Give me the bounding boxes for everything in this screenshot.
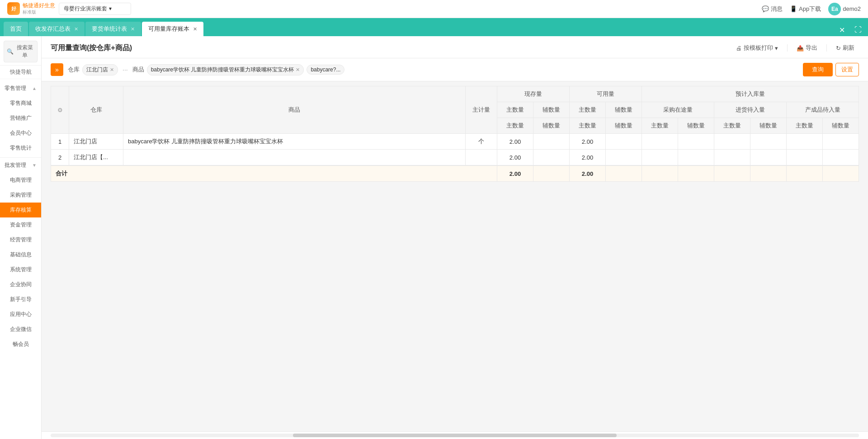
setting-btn[interactable]: 设置 bbox=[835, 63, 859, 76]
row2-pur-pending-main bbox=[714, 150, 750, 166]
sidebar-item-system[interactable]: 系统管理 bbox=[0, 262, 41, 277]
sidebar-item-operation[interactable]: 经营管理 bbox=[0, 232, 41, 247]
summary-prod-pending-aux bbox=[823, 165, 859, 182]
sidebar-item-wholesale[interactable]: 批发管理 ▼ bbox=[0, 158, 41, 173]
sidebar-item-newbie[interactable]: 新手引导 bbox=[0, 292, 41, 307]
close-order-stats-icon[interactable]: ✕ bbox=[131, 26, 135, 32]
th-avail-main-2: 主数量 bbox=[570, 118, 606, 134]
search-menu-btn[interactable]: 🔍 搜索菜单 bbox=[4, 41, 38, 62]
sidebar-search: 🔍 搜索菜单 bbox=[0, 36, 41, 66]
summary-avail-main: 2.00 bbox=[570, 165, 606, 182]
expand-icon[interactable]: ⛶ bbox=[852, 24, 864, 36]
print-label: 按模板打印 bbox=[744, 44, 773, 52]
product-tag-1: babycare?... bbox=[307, 65, 344, 75]
data-table: ⚙ 仓库 商品 主计量 现存量 可用量 预计入库量 主数量 辅数量 主数量 辅数… bbox=[51, 86, 859, 182]
page-title: 可用量查询(按仓库+商品) bbox=[51, 43, 132, 53]
sidebar-item-finance[interactable]: 资金管理 bbox=[0, 217, 41, 232]
print-btn[interactable]: 🖨 按模板打印 ▾ bbox=[731, 42, 783, 54]
filter-toggle-btn[interactable]: » bbox=[51, 63, 63, 76]
more-warehouse-icon[interactable]: ··· bbox=[121, 66, 130, 73]
settings-icon[interactable]: ⚙ bbox=[57, 107, 63, 113]
row2-index: 2 bbox=[51, 150, 69, 166]
sidebar: 🔍 搜索菜单 快捷导航 零售管理 ▲ 零售商城 营销推广 会员中心 零售统计 bbox=[0, 36, 42, 439]
th-avail-aux-2: 辅数量 bbox=[606, 118, 642, 134]
close-window-icon[interactable]: ✕ bbox=[835, 24, 848, 36]
th-available-group: 可用量 bbox=[570, 86, 642, 102]
horizontal-scrollbar[interactable] bbox=[51, 434, 859, 437]
row1-stock-aux bbox=[533, 134, 570, 150]
message-label: 消息 bbox=[771, 5, 783, 13]
refresh-label: 刷新 bbox=[843, 44, 854, 52]
row2-prod-pending-aux bbox=[823, 150, 859, 166]
remove-warehouse-tag-icon[interactable]: ✕ bbox=[110, 67, 114, 73]
close-receive-summary-icon[interactable]: ✕ bbox=[74, 26, 78, 32]
divider-1 bbox=[787, 44, 788, 52]
export-btn[interactable]: 📤 导出 bbox=[792, 42, 822, 54]
th-purchase-pending-group: 进货待入量 bbox=[714, 102, 787, 118]
sidebar-item-member2[interactable]: 畅会员 bbox=[0, 337, 41, 352]
quick-nav-btn[interactable]: 快捷导航 bbox=[0, 66, 41, 79]
row2-unit bbox=[466, 150, 497, 166]
search-menu-label: 搜索菜单 bbox=[15, 44, 34, 59]
message-btn[interactable]: 💬 消息 bbox=[762, 5, 783, 13]
mobile-icon: 📱 bbox=[790, 5, 797, 12]
row1-stock-main: 2.00 bbox=[497, 134, 533, 150]
sidebar-item-retail-stats[interactable]: 零售统计 bbox=[0, 141, 41, 156]
sidebar-item-wechat[interactable]: 企业微信 bbox=[0, 322, 41, 337]
close-available-stock-icon[interactable]: ✕ bbox=[193, 26, 197, 32]
product-filter-label: 商品 bbox=[132, 66, 144, 74]
row2-product bbox=[123, 150, 466, 166]
row2-prod-pending-main bbox=[787, 150, 823, 166]
app-download-btn[interactable]: 📱 App下载 bbox=[790, 5, 821, 13]
tab-order-stats[interactable]: 要货单统计表 ✕ bbox=[85, 22, 141, 36]
th-avail-main: 主数量 bbox=[570, 102, 606, 118]
summary-avail-aux bbox=[606, 165, 642, 182]
th-prod-pending-main: 主数量 bbox=[787, 118, 823, 134]
row1-pur-pending-aux bbox=[750, 134, 787, 150]
summary-pur-pending-main bbox=[714, 165, 750, 182]
tab-available-stock[interactable]: 可用量库存账本 ✕ bbox=[142, 22, 203, 36]
table-row: 2 江北门店【... 2.00 2.00 bbox=[51, 150, 859, 166]
th-stock-aux: 辅数量 bbox=[533, 102, 570, 118]
row1-warehouse: 江北门店 bbox=[69, 134, 123, 150]
sidebar-item-purchase[interactable]: 采购管理 bbox=[0, 188, 41, 203]
industry-label: 母婴行业演示账套 bbox=[64, 5, 107, 13]
row1-prod-pending-main bbox=[787, 134, 823, 150]
tab-home[interactable]: 首页 bbox=[4, 22, 28, 36]
row1-unit: 个 bbox=[466, 134, 497, 150]
top-bar-left: 好 畅捷通好生意 标准版 母婴行业演示账套 ▾ bbox=[7, 2, 131, 15]
row1-avail-aux bbox=[606, 134, 642, 150]
filter-actions: 查询 设置 bbox=[803, 63, 859, 76]
remove-product-tag-0-icon[interactable]: ✕ bbox=[296, 67, 300, 73]
sidebar-item-inventory[interactable]: 库存核算 bbox=[0, 203, 41, 217]
sidebar-item-member[interactable]: 会员中心 bbox=[0, 126, 41, 141]
tab-receive-summary[interactable]: 收发存汇总表 ✕ bbox=[29, 22, 85, 36]
th-pur-pending-main: 主数量 bbox=[714, 118, 750, 134]
username: demo2 bbox=[843, 5, 861, 12]
sidebar-item-app-center[interactable]: 应用中心 bbox=[0, 307, 41, 322]
sidebar-item-basic[interactable]: 基础信息 bbox=[0, 247, 41, 262]
sidebar-item-retail-store[interactable]: 零售商城 bbox=[0, 96, 41, 111]
row2-pur-pending-aux bbox=[750, 150, 787, 166]
th-pur-transit-main: 主数量 bbox=[642, 118, 678, 134]
nav-tabs: 首页 收发存汇总表 ✕ 要货单统计表 ✕ 可用量库存账本 ✕ ✕ ⛶ bbox=[0, 18, 868, 36]
query-btn[interactable]: 查询 bbox=[803, 63, 833, 76]
sidebar-item-ecommerce[interactable]: 电商管理 bbox=[0, 173, 41, 188]
expand-wholesale-icon: ▼ bbox=[32, 163, 37, 168]
sidebar-item-enterprise[interactable]: 企业协同 bbox=[0, 277, 41, 292]
search-icon: 🔍 bbox=[7, 48, 14, 55]
th-settings[interactable]: ⚙ bbox=[51, 86, 69, 134]
row2-pur-transit-main bbox=[642, 150, 678, 166]
industry-selector[interactable]: 母婴行业演示账套 ▾ bbox=[59, 3, 131, 15]
refresh-btn[interactable]: ↻ 刷新 bbox=[831, 42, 859, 54]
user-menu[interactable]: Ea demo2 bbox=[828, 3, 861, 15]
th-current-stock-group: 现存量 bbox=[497, 86, 570, 102]
summary-stock-main: 2.00 bbox=[497, 165, 533, 182]
summary-stock-aux bbox=[533, 165, 570, 182]
top-bar-right: 💬 消息 📱 App下载 Ea demo2 bbox=[762, 3, 861, 15]
row1-prod-pending-aux bbox=[823, 134, 859, 150]
message-icon: 💬 bbox=[762, 5, 769, 12]
sidebar-item-retail-promo[interactable]: 营销推广 bbox=[0, 111, 41, 126]
export-label: 导出 bbox=[806, 44, 817, 52]
sidebar-item-retail[interactable]: 零售管理 ▲ bbox=[0, 81, 41, 96]
